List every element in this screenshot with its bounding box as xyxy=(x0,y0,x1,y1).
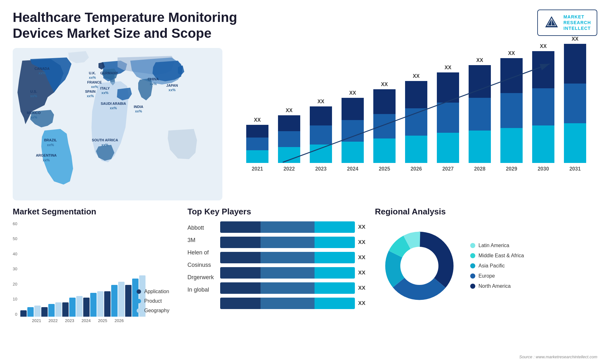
bar-group-2024: XX 2024 xyxy=(342,90,364,172)
player-bar-bg-4 xyxy=(220,282,355,294)
player-name-5: In global xyxy=(187,286,214,293)
bar-group-2028: XX 2028 xyxy=(469,57,491,172)
player-xx-3: XX xyxy=(358,270,365,276)
chart-bars: XX 2021 XX 2022 XX xyxy=(241,54,591,175)
player-names-list: Abbott 3M Helen of Cosinuss Drgerwerk In… xyxy=(187,221,214,293)
map-label-mexico: MEXICOxx% xyxy=(27,111,40,120)
bar-xx-2027: XX xyxy=(444,65,451,71)
logo-text: MARKET RESEARCH INTELLECT xyxy=(563,14,591,31)
regional-legend-europe: Europe xyxy=(470,273,524,279)
map-label-argentina: ARGENTINAxx% xyxy=(36,153,57,162)
page-title: Healthcare Temperature Monitoring Device… xyxy=(13,10,251,42)
bar-year-2031: 2031 xyxy=(569,166,581,172)
regional-legend-mea: Middle East & Africa xyxy=(470,253,524,259)
players-section: Top Key Players Abbott 3M Helen of Cosin… xyxy=(187,207,365,364)
bar-group-2031: XX 2031 xyxy=(564,36,586,172)
player-bar-row-4: XX xyxy=(220,282,365,294)
bar-xx-2030: XX xyxy=(540,44,546,49)
bar-year-2026: 2026 xyxy=(410,166,422,172)
map-label-u.k.: U.K.xx% xyxy=(89,71,96,80)
regional-dot-mea xyxy=(470,253,475,258)
bar-year-2021: 2021 xyxy=(252,166,263,172)
seg-year-2021 xyxy=(20,306,41,317)
players-title: Top Key Players xyxy=(187,207,365,217)
map-label-saudi-arabia: SAUDI ARABIAxx% xyxy=(101,101,126,111)
legend-item-product: Product xyxy=(137,298,169,304)
map-labels: CANADAxx%U.S.xx%MEXICOxx%BRAZILxx%ARGENT… xyxy=(13,48,222,200)
bar-xx-2022: XX xyxy=(286,108,292,113)
player-name-4: Drgerwerk xyxy=(187,274,214,281)
header: Healthcare Temperature Monitoring Device… xyxy=(0,0,610,48)
donut-chart xyxy=(375,221,464,310)
player-bar-bg-3 xyxy=(220,267,355,279)
map-label-canada: CANADAxx% xyxy=(35,66,50,75)
player-bar-row-5: XX xyxy=(220,298,365,309)
player-bar-row-1: XX xyxy=(220,237,365,248)
bar-group-2030: XX 2030 xyxy=(532,44,554,172)
player-xx-2: XX xyxy=(358,254,365,261)
map-label-south-africa: SOUTH AFRICAxx% xyxy=(92,138,118,147)
player-bars-list: XX XX xyxy=(220,221,365,309)
regional-section: Regional Analysis xyxy=(375,207,597,364)
bar-chart-section: XX 2021 XX 2022 XX xyxy=(229,48,597,200)
seg-chart-area: 60 50 40 30 20 10 0 xyxy=(13,221,178,323)
player-name-3: Cosinuss xyxy=(187,262,214,268)
map-section: CANADAxx%U.S.xx%MEXICOxx%BRAZILxx%ARGENT… xyxy=(13,48,222,200)
bar-group-2029: XX 2029 xyxy=(500,51,523,172)
bar-year-2030: 2030 xyxy=(538,166,549,172)
legend-dot-geography xyxy=(137,308,141,313)
bar-xx-2025: XX xyxy=(381,82,388,87)
bar-group-2022: XX 2022 xyxy=(278,108,300,172)
player-xx-1: XX xyxy=(358,239,365,246)
regional-dot-europe xyxy=(470,273,475,279)
seg-year-2025 xyxy=(104,282,125,317)
bar-year-2022: 2022 xyxy=(283,166,295,172)
y-axis: 60 50 40 30 20 10 0 xyxy=(13,221,20,317)
logo: MARKET RESEARCH INTELLECT xyxy=(537,10,597,36)
bar-group-2025: XX 2025 xyxy=(373,82,396,172)
player-xx-0: XX xyxy=(358,224,365,230)
map-label-italy: ITALYxx% xyxy=(100,86,110,95)
bar-xx-2029: XX xyxy=(508,51,515,56)
bar-year-2025: 2025 xyxy=(379,166,390,172)
main-content: CANADAxx%U.S.xx%MEXICOxx%BRAZILxx%ARGENT… xyxy=(0,48,610,200)
legend-dot-application xyxy=(137,289,141,294)
source-text: Source : www.marketresearchintellect.com xyxy=(519,354,597,359)
bar-year-2027: 2027 xyxy=(442,166,454,172)
segmentation-title: Market Segmentation xyxy=(13,207,178,217)
regional-dot-asia-pacific xyxy=(470,263,475,268)
map-label-brazil: BRAZILxx% xyxy=(44,138,57,147)
map-label-u.s.: U.S.xx% xyxy=(30,89,37,98)
bottom-sections: Market Segmentation 60 50 40 30 20 10 0 xyxy=(0,200,610,364)
bar-group-2021: XX 2021 xyxy=(246,117,268,172)
regional-legend-asia-pacific: Asia Pacific xyxy=(470,263,524,269)
seg-legend: Application Product Geography xyxy=(133,289,169,323)
players-content: Abbott 3M Helen of Cosinuss Drgerwerk In… xyxy=(187,221,365,309)
regional-title: Regional Analysis xyxy=(375,207,597,217)
bar-year-2029: 2029 xyxy=(506,166,517,172)
map-label-japan: JAPANxx% xyxy=(166,83,178,92)
regional-legend-latin-america: Latin America xyxy=(470,243,524,248)
player-xx-5: XX xyxy=(358,300,365,307)
bar-year-2024: 2024 xyxy=(347,166,358,172)
player-bar-row-2: XX xyxy=(220,252,365,263)
bar-xx-2028: XX xyxy=(476,57,483,63)
regional-dot-north-america xyxy=(470,284,475,289)
player-bar-row-0: XX xyxy=(220,221,365,233)
player-bar-bg-2 xyxy=(220,252,355,263)
player-bar-bg-5 xyxy=(220,298,355,309)
bar-xx-2026: XX xyxy=(413,73,419,79)
bar-xx-2031: XX xyxy=(572,36,578,42)
seg-year-2022 xyxy=(41,302,62,317)
legend-item-application: Application xyxy=(137,289,169,294)
bar-xx-2021: XX xyxy=(254,117,261,123)
bar-group-2027: XX 2027 xyxy=(437,65,459,172)
player-name-0: Abbott xyxy=(187,225,214,231)
seg-year-2023 xyxy=(62,296,83,317)
player-name-2: Helen of xyxy=(187,249,214,256)
regional-content: Latin America Middle East & Africa Asia … xyxy=(375,221,597,310)
map-label-china: CHINAxx% xyxy=(148,77,159,86)
player-xx-4: XX xyxy=(358,285,365,291)
bar-xx-2023: XX xyxy=(317,99,324,104)
regional-legend: Latin America Middle East & Africa Asia … xyxy=(470,243,524,289)
